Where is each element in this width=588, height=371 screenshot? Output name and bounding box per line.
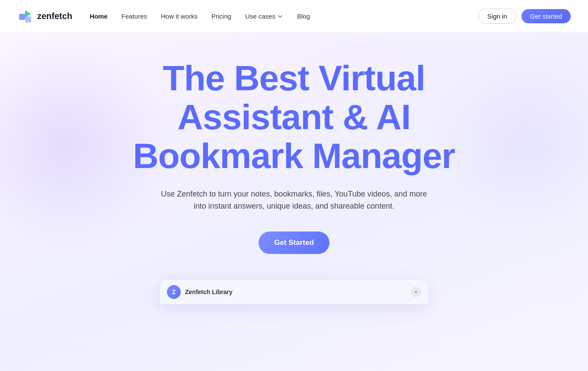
navbar: zenfetch Home Features How it works Pric… xyxy=(0,0,588,33)
svg-rect-0 xyxy=(19,14,25,20)
get-started-hero-button[interactable]: Get Started xyxy=(259,231,329,254)
use-cases-chevron-icon xyxy=(277,13,283,19)
nav-link-blog[interactable]: Blog xyxy=(297,13,310,20)
get-started-nav-button[interactable]: Get started xyxy=(521,9,571,23)
logo-icon xyxy=(17,9,33,24)
hero-section: The Best Virtual Assistant & AI Bookmark… xyxy=(0,0,588,371)
hero-subtitle: Use Zenfetch to turn your notes, bookmar… xyxy=(160,188,428,213)
app-window-title: Zenfetch Library xyxy=(185,289,233,295)
svg-rect-2 xyxy=(25,16,31,22)
svg-marker-1 xyxy=(25,10,31,17)
logo-link[interactable]: zenfetch xyxy=(17,9,72,24)
hero-title: The Best Virtual Assistant & AI Bookmark… xyxy=(133,59,455,176)
brand-name: zenfetch xyxy=(37,11,72,21)
nav-link-features[interactable]: Features xyxy=(121,13,147,20)
app-window-header: Z Zenfetch Library × xyxy=(160,280,428,304)
nav-actions: Sign in Get started xyxy=(478,9,571,24)
app-avatar: Z xyxy=(167,285,181,299)
nav-link-pricing[interactable]: Pricing xyxy=(211,13,231,20)
nav-link-use-cases[interactable]: Use cases xyxy=(245,13,283,20)
nav-links: Home Features How it works Pricing Use c… xyxy=(89,13,310,20)
sign-in-button[interactable]: Sign in xyxy=(478,9,516,24)
app-window-close-button[interactable]: × xyxy=(411,287,421,297)
app-preview: Z Zenfetch Library × xyxy=(0,280,588,304)
nav-link-how-it-works[interactable]: How it works xyxy=(161,13,198,20)
nav-link-home[interactable]: Home xyxy=(89,13,108,20)
nav-left: zenfetch Home Features How it works Pric… xyxy=(17,9,310,24)
app-window: Z Zenfetch Library × xyxy=(160,280,428,304)
hero-content: The Best Virtual Assistant & AI Bookmark… xyxy=(99,33,489,271)
